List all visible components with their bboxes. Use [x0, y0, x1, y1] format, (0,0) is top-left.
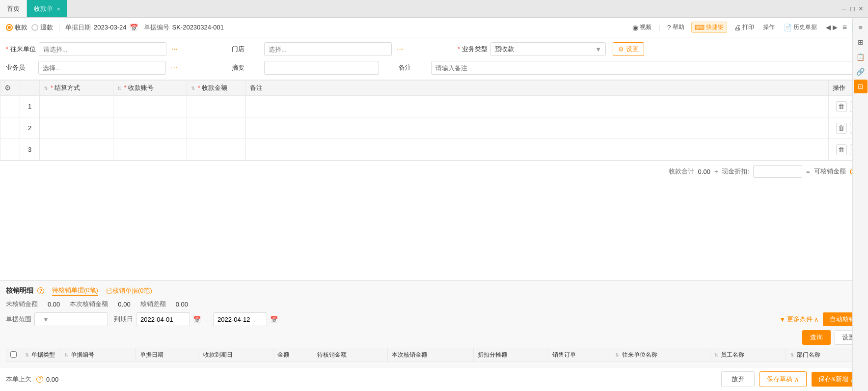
col-amount-header: ⇅ 收款金额 [187, 81, 246, 96]
toolbar-number-field: 单据编号 SK-20230324-001 [144, 23, 224, 32]
window-close-icon[interactable]: × [859, 4, 863, 13]
counterpart-input[interactable] [39, 42, 166, 56]
table-settings-icon[interactable]: ⚙ [4, 84, 11, 92]
prev-icon[interactable]: ◀ [826, 24, 831, 31]
row-2-index: 2 [20, 117, 40, 139]
date-range-label: 到期日 [114, 315, 133, 324]
row-2-settle[interactable] [40, 117, 113, 139]
video-btn[interactable]: ◉ 视频 [630, 22, 653, 32]
radio-receipt[interactable]: 收款 [6, 23, 27, 32]
range-label: 单据范围 [6, 315, 31, 324]
row-2-delete-btn[interactable]: 🗑 [836, 123, 847, 134]
window-max-icon[interactable]: □ [850, 5, 854, 13]
calendar-from-icon[interactable]: 📅 [193, 316, 201, 323]
verify-pending-tab[interactable]: 待核销单据(0笔) [52, 286, 98, 296]
row-3-account[interactable] [113, 139, 187, 161]
bottom-info-icon[interactable]: ? [36, 376, 43, 383]
calendar-icon[interactable]: 📅 [130, 24, 138, 31]
radio-refund[interactable]: 退款 [31, 23, 53, 32]
row-1-account[interactable] [113, 96, 187, 117]
operation-label: 操作 [763, 23, 775, 31]
vcol-type: ⇅ 单据类型 [21, 348, 60, 362]
range-select[interactable]: ▼ [34, 312, 108, 326]
current-verify-value: 0.00 [118, 301, 130, 308]
summary-input[interactable] [264, 61, 379, 75]
row-2-account[interactable] [113, 117, 187, 139]
verify-section: 核销明细 ? 待核销单据(0笔) 已核销单据(0笔) 未核销金额 0.00 本次… [0, 280, 868, 367]
vsort-dept: ⇅ [790, 352, 794, 358]
verify-select-all-checkbox[interactable] [10, 351, 17, 358]
row-3-index: 3 [20, 139, 40, 161]
salesperson-input[interactable] [38, 61, 166, 75]
result-label: 可核销金额 [814, 167, 846, 176]
date-range-dash: — [204, 316, 210, 323]
filter-icon: ▼ [779, 316, 786, 323]
sidebar-icon-grid[interactable]: ⊞ [854, 35, 868, 49]
tab-home[interactable]: 首页 [0, 0, 27, 17]
shop-input[interactable] [264, 42, 392, 56]
layout-list-icon[interactable]: ≡ [842, 23, 847, 32]
counterpart-more-icon[interactable]: ··· [171, 45, 178, 54]
gear-icon: ⚙ [618, 46, 624, 53]
print-btn[interactable]: 🖨 打印 [732, 22, 756, 32]
row-3-amount[interactable] [187, 139, 246, 161]
discount-label: 现金折扣: [722, 167, 749, 176]
salesperson-label: 业务员 [6, 63, 35, 72]
verify-header: 核销明细 ? 待核销单据(0笔) 已核销单据(0笔) [6, 286, 862, 296]
verify-info-icon[interactable]: ? [37, 287, 44, 294]
tab-receipt[interactable]: 收款单 × [27, 0, 67, 17]
col-settings-header[interactable]: ⚙ [0, 81, 20, 96]
date-to-input[interactable] [213, 312, 267, 326]
query-btn[interactable]: 查询 [802, 330, 831, 345]
sidebar-icon-table[interactable]: ≡ [854, 21, 868, 34]
history-btn[interactable]: 📄 历史单据 [782, 22, 819, 32]
radio-receipt-label: 收款 [15, 23, 27, 32]
shortcut-label: 快捷键 [706, 23, 724, 31]
verify-table: ⇅ 单据类型 ⇅ 单据编号 单据日期 收款到期日 [6, 348, 862, 362]
diff-value: 0.00 [176, 301, 188, 308]
note-input[interactable] [431, 61, 862, 75]
row-3-remark[interactable] [246, 139, 829, 161]
tab-bar: 首页 收款单 × ─ □ × [0, 0, 868, 18]
sidebar-icon-clipboard[interactable]: 📋 [854, 50, 868, 64]
row-3-settle[interactable] [40, 139, 113, 161]
discount-input[interactable] [753, 165, 802, 178]
shop-field: 门店 ··· [232, 42, 438, 56]
sidebar-icon-link[interactable]: 🔗 [854, 65, 868, 79]
row-1-remark[interactable] [246, 96, 829, 117]
shop-more-icon[interactable]: ··· [397, 45, 403, 54]
business-type-select[interactable]: 预收款 ▼ [490, 42, 606, 56]
salesperson-more-icon[interactable]: ··· [171, 63, 177, 72]
help-btn[interactable]: ? 帮助 [665, 22, 686, 32]
form-row-2: 业务员 ··· 摘要 备注 [6, 61, 862, 75]
sidebar-icon-frame[interactable]: ⊡ [854, 80, 868, 93]
tab-close-icon[interactable]: × [57, 6, 60, 12]
row-1-amount[interactable] [187, 96, 246, 117]
row-1-delete-btn[interactable]: 🗑 [836, 101, 847, 112]
date-from-input[interactable] [136, 312, 190, 326]
col-account-header: ⇅ 收款账号 [113, 81, 187, 96]
row-2-amount[interactable] [187, 117, 246, 139]
verify-done-tab[interactable]: 已核销单据(0笔) [106, 286, 152, 295]
bottom-value: 0.00 [46, 376, 58, 383]
settings-button[interactable]: ⚙ 设置 [613, 42, 644, 56]
shortcut-btn[interactable]: ⌨ 快捷键 [691, 22, 727, 33]
abandon-btn[interactable]: 放弃 [721, 371, 755, 387]
more-conditions-btn[interactable]: ▼ 更多条件 ∧ [779, 315, 819, 324]
settings-btn[interactable]: ⚙ 设置 [613, 42, 644, 56]
toolbar: 收款 退款 单据日期 2023-03-24 📅 单据编号 SK-20230324… [0, 18, 868, 37]
row-3-delete-btn[interactable]: 🗑 [836, 144, 847, 155]
row-1-settle[interactable] [40, 96, 113, 117]
next-icon[interactable]: ▶ [833, 24, 838, 31]
receipt-table: ⚙ ⇅ 结算方式 ⇅ 收款账号 ⇅ 收款金额 [0, 80, 868, 161]
help-label: 帮助 [673, 23, 684, 31]
vcol-sales-order: 销售订单 [548, 348, 611, 362]
main-content: 收款 退款 单据日期 2023-03-24 📅 单据编号 SK-20230324… [0, 18, 868, 391]
row-2-remark[interactable] [246, 117, 829, 139]
video-icon: ◉ [632, 24, 638, 31]
date-label: 单据日期 [65, 23, 91, 32]
window-min-icon[interactable]: ─ [841, 5, 846, 13]
calendar-to-icon[interactable]: 📅 [270, 316, 278, 323]
operation-btn[interactable]: 操作 [761, 22, 777, 32]
save-draft-btn[interactable]: 保存草稿 ∧ [760, 371, 807, 387]
